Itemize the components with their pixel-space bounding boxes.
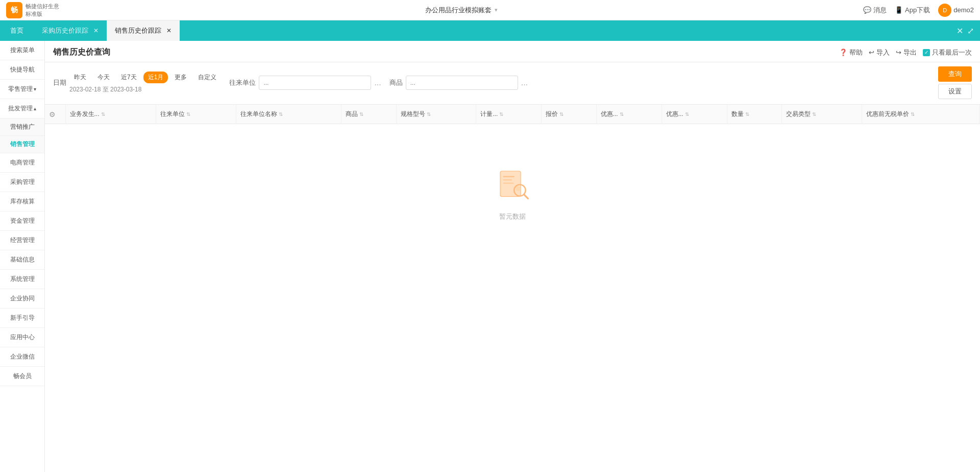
tab-close-purchase[interactable]: ✕	[93, 27, 99, 34]
table-header-discount2[interactable]: 优惠... ⇅	[662, 105, 727, 124]
source-unit-more-icon[interactable]: ...	[374, 78, 381, 87]
top-bar: 畅 畅捷信好生意 标准版 办公用品行业模拟账套 ▾ 💬 消息 📱 App下载 D…	[0, 0, 980, 20]
empty-state-icon	[492, 165, 533, 206]
table-header-spec[interactable]: 规格型号 ⇅	[396, 105, 476, 124]
goods-more-icon[interactable]: ...	[521, 78, 528, 87]
date-btn-7days[interactable]: 近7天	[116, 72, 141, 83]
source-unit-filter: 往来单位 ...	[229, 76, 381, 90]
import-button[interactable]: ↩ 导入	[869, 48, 890, 57]
date-group-wrapper: 昨天 今天 近7天 近1月 更多 自定义 2023-02-18 至 2023-0…	[69, 72, 221, 94]
source-unit-input[interactable]	[259, 76, 371, 90]
sidebar-item-enterprise[interactable]: 企业协同	[0, 289, 44, 309]
date-btn-1month[interactable]: 近1月	[143, 72, 168, 83]
sidebar-item-purchase[interactable]: 采购管理	[0, 173, 44, 192]
export-button[interactable]: ↪ 导出	[896, 48, 917, 57]
page-header-actions: ❓ 帮助 ↩ 导入 ↪ 导出 ✓ 只看最后一次	[839, 48, 972, 57]
chevron-down-icon: ▾	[34, 86, 36, 92]
sidebar-item-ecommerce[interactable]: 电商管理	[0, 153, 44, 173]
maximize-button[interactable]: ⤢	[967, 26, 974, 36]
import-icon: ↩	[869, 49, 874, 56]
sort-icon: ⇅	[279, 111, 283, 117]
sort-icon: ⇅	[499, 111, 503, 117]
sidebar-item-app-center[interactable]: 应用中心	[0, 328, 44, 347]
sort-icon: ⇅	[685, 111, 689, 117]
sidebar-item-guide[interactable]: 新手引导	[0, 309, 44, 328]
sort-icon: ⇅	[559, 111, 564, 117]
table-column-settings[interactable]: ⚙	[45, 105, 65, 124]
tab-sales-history[interactable]: 销售历史价跟踪 ✕	[107, 20, 180, 41]
sidebar-item-retail[interactable]: 零售管理 ▾	[0, 80, 44, 99]
tab-close-sales[interactable]: ✕	[166, 27, 172, 34]
table-header-unit-code[interactable]: 往来单位 ⇅	[156, 105, 236, 124]
sidebar-item-wholesale[interactable]: 批发管理 ▴	[0, 99, 44, 119]
sidebar-item-quick-nav[interactable]: 快捷导航	[0, 60, 44, 80]
logo-area: 畅 畅捷信好生意 标准版	[6, 2, 59, 18]
sidebar-item-system[interactable]: 系统管理	[0, 270, 44, 289]
user-avatar[interactable]: D demo2	[938, 4, 974, 17]
top-bar-left: 畅 畅捷信好生意 标准版	[6, 2, 59, 18]
sidebar-item-search[interactable]: 搜索菜单	[0, 41, 44, 60]
empty-state-text: 暂元数据	[499, 212, 526, 221]
sort-icon: ⇅	[620, 111, 624, 117]
sort-icon: ⇅	[186, 111, 190, 117]
sort-icon: ⇅	[359, 111, 363, 117]
sidebar-item-finance[interactable]: 资金管理	[0, 211, 44, 231]
help-button[interactable]: ❓ 帮助	[839, 48, 863, 57]
svg-line-5	[524, 195, 528, 199]
chevron-up-icon: ▴	[34, 106, 36, 111]
table-header-discount1[interactable]: 优惠... ⇅	[596, 105, 662, 124]
table-header-pretax-price[interactable]: 优惠前无税单价 ⇅	[862, 105, 979, 124]
sidebar-item-marketing[interactable]: 营销推广	[0, 119, 44, 136]
sort-icon: ⇅	[745, 111, 749, 117]
sort-icon: ⇅	[812, 111, 816, 117]
logo-text: 畅捷信好生意 标准版	[26, 3, 59, 17]
table-header-quote[interactable]: 报价 ⇅	[542, 105, 596, 124]
help-icon: ❓	[839, 49, 847, 56]
setting-button[interactable]: 设置	[938, 84, 972, 99]
date-btn-yesterday[interactable]: 昨天	[69, 72, 91, 83]
message-icon: 💬	[863, 6, 871, 14]
goods-label: 商品	[389, 78, 403, 87]
source-unit-label: 往来单位	[229, 78, 256, 87]
sidebar: 搜索菜单 快捷导航 零售管理 ▾ 批发管理 ▴ 营销推广 销售管理 电商管理 采…	[0, 41, 45, 472]
workspace-selector[interactable]: 办公用品行业模拟账套 ▾	[425, 6, 498, 15]
gear-icon[interactable]: ⚙	[49, 110, 56, 119]
table-header-unit[interactable]: 计量... ⇅	[476, 105, 542, 124]
date-btn-custom[interactable]: 自定义	[193, 72, 221, 83]
table-header-trade-type[interactable]: 交易类型 ⇅	[781, 105, 862, 124]
date-btn-more[interactable]: 更多	[170, 72, 191, 83]
data-table: ⚙ 业务发生... ⇅ 往来单位 ⇅	[45, 105, 980, 262]
query-button[interactable]: 查询	[938, 66, 972, 82]
svg-point-6	[516, 186, 521, 192]
last-one-checkbox-label[interactable]: ✓ 只看最后一次	[923, 48, 972, 57]
sidebar-item-members[interactable]: 畅会员	[0, 367, 44, 386]
goods-input[interactable]	[406, 76, 518, 90]
sidebar-item-wechat[interactable]: 企业微信	[0, 347, 44, 367]
table-header-biz-date[interactable]: 业务发生... ⇅	[65, 105, 156, 124]
tab-purchase-history[interactable]: 采购历史价跟踪 ✕	[34, 20, 107, 41]
message-button[interactable]: 💬 消息	[863, 6, 887, 15]
table-header-goods[interactable]: 商品 ⇅	[341, 105, 396, 124]
sort-icon: ⇅	[427, 111, 431, 117]
app-download-button[interactable]: 📱 App下载	[895, 6, 930, 15]
sidebar-item-operations[interactable]: 经营管理	[0, 231, 44, 250]
app-icon: 📱	[895, 6, 903, 14]
sidebar-item-basic-info[interactable]: 基础信息	[0, 250, 44, 270]
table-wrapper: ⚙ 业务发生... ⇅ 往来单位 ⇅	[45, 105, 980, 472]
date-filter-label: 日期	[53, 78, 66, 87]
export-icon: ↪	[896, 49, 901, 56]
sidebar-item-inventory[interactable]: 库存核算	[0, 192, 44, 211]
table-header-unit-name[interactable]: 往来单位名称 ⇅	[236, 105, 341, 124]
goods-filter: 商品 ...	[389, 76, 528, 90]
sidebar-item-sales-mgmt[interactable]: 销售管理	[0, 136, 44, 153]
date-range-display: 2023-02-18 至 2023-03-18	[69, 85, 221, 94]
checkbox-checked-icon: ✓	[923, 49, 930, 56]
close-all-tabs-button[interactable]: ✕	[957, 26, 963, 36]
main-layout: 搜索菜单 快捷导航 零售管理 ▾ 批发管理 ▴ 营销推广 销售管理 电商管理 采…	[0, 41, 980, 472]
date-buttons: 昨天 今天 近7天 近1月 更多 自定义	[69, 72, 221, 83]
table-header-qty[interactable]: 数量 ⇅	[727, 105, 781, 124]
content-area: 销售历史价查询 ❓ 帮助 ↩ 导入 ↪ 导出 ✓ 只看最后一次	[45, 41, 980, 472]
date-btn-today[interactable]: 今天	[93, 72, 114, 83]
svg-rect-2	[503, 179, 512, 180]
tab-home[interactable]: 首页	[0, 26, 34, 35]
